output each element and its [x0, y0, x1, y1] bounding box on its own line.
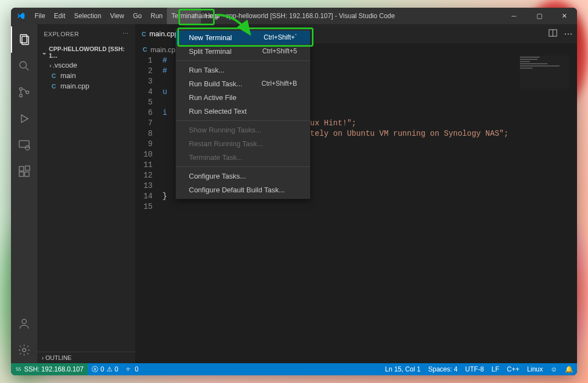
svg-rect-13: [25, 166, 30, 170]
status-spaces[interactable]: Spaces: 4: [424, 363, 461, 375]
menu-file[interactable]: File: [30, 8, 49, 24]
menu-item-configure-default-build-task[interactable]: Configure Default Build Task...: [176, 183, 310, 197]
menu-go[interactable]: Go: [128, 8, 146, 24]
status-bell-icon[interactable]: 🔔: [561, 363, 577, 375]
line-number: 2: [135, 66, 153, 76]
sidebar-header: EXPLORER ⋯: [37, 24, 135, 43]
code-line: [163, 202, 577, 212]
cpp-file-icon: C: [49, 83, 58, 90]
svg-point-15: [23, 348, 26, 352]
menu-item-new-terminal[interactable]: New TerminalCtrl+Shift+`: [176, 31, 310, 45]
tree-item[interactable]: Cmain: [37, 70, 135, 81]
menu-item-terminate-task: Terminate Task...: [176, 151, 310, 164]
line-number: 7: [135, 118, 153, 129]
remote-icon: ᯾: [15, 365, 22, 373]
search-icon[interactable]: [11, 53, 37, 79]
status-remote[interactable]: ᯾ SSH: 192.168.0.107: [11, 363, 88, 375]
outline-section[interactable]: › OUTLINE: [37, 352, 135, 363]
editor-more-icon[interactable]: ⋯: [564, 29, 573, 39]
titlebar: FileEditSelectionViewGoRunTerminalHelp m…: [11, 8, 577, 24]
svg-rect-11: [19, 172, 24, 176]
split-editor-icon[interactable]: [548, 29, 557, 40]
svg-point-6: [26, 91, 29, 94]
svg-rect-8: [19, 141, 29, 147]
menu-item-run-build-task[interactable]: Run Build Task...Ctrl+Shift+B: [176, 77, 310, 91]
svg-point-9: [25, 146, 30, 150]
chevron-right-icon: ›: [49, 62, 52, 69]
cpp-file-icon: C: [142, 31, 146, 37]
source-control-icon[interactable]: [11, 79, 37, 106]
svg-line-3: [26, 68, 29, 70]
svg-marker-7: [21, 115, 28, 123]
status-feedback-icon[interactable]: ☺: [547, 363, 561, 375]
outline-label: OUTLINE: [46, 354, 72, 361]
line-number: 13: [135, 181, 153, 191]
explorer-icon[interactable]: [11, 26, 37, 53]
line-number: 15: [135, 202, 153, 212]
remote-label: SSH: 192.168.0.107: [24, 365, 83, 373]
line-number: 3: [135, 76, 153, 87]
tree-item[interactable]: Cmain.cpp: [37, 81, 135, 91]
maximize-button[interactable]: ▢: [527, 8, 552, 24]
tree-root-label: CPP-HELLOWORLD [SSH: 1...: [49, 46, 131, 59]
line-number: 1: [135, 55, 153, 66]
status-os[interactable]: Linux: [523, 363, 547, 375]
line-number: 8: [135, 129, 153, 139]
chevron-right-icon: ›: [42, 354, 44, 361]
account-icon[interactable]: [11, 310, 37, 337]
menu-item-run-active-file[interactable]: Run Active File: [176, 91, 310, 104]
chevron-down-icon: ⌄: [42, 49, 47, 56]
editor-scrollbar[interactable]: [569, 55, 577, 363]
tree-root[interactable]: ⌄ CPP-HELLOWORLD [SSH: 1...: [37, 45, 135, 60]
line-number: 4: [135, 87, 153, 97]
svg-rect-12: [25, 172, 29, 176]
sidebar-more-icon[interactable]: ⋯: [122, 30, 129, 37]
terminal-menu-dropdown: New TerminalCtrl+Shift+`Split TerminalCt…: [176, 29, 310, 199]
status-ports[interactable]: ᯤ0: [122, 363, 142, 375]
settings-gear-icon[interactable]: [11, 337, 37, 363]
line-number: 9: [135, 139, 153, 149]
status-problems[interactable]: ⓧ0 ⚠0: [88, 363, 122, 375]
menu-selection[interactable]: Selection: [70, 8, 105, 24]
svg-point-14: [22, 319, 26, 324]
menu-item-run-task[interactable]: Run Task...: [176, 63, 310, 77]
remote-explorer-icon[interactable]: [11, 132, 37, 158]
menu-item-restart-running-task: Restart Running Task...: [176, 137, 310, 151]
menu-item-show-running-tasks: Show Running Tasks...: [176, 123, 310, 137]
status-eol[interactable]: LF: [488, 363, 503, 375]
line-gutter: 123456789101112131415: [135, 55, 163, 363]
window-title: main.cpp - cpp-helloworld [SSH: 192.168.…: [193, 12, 395, 20]
extensions-icon[interactable]: [11, 158, 37, 185]
tree-item[interactable]: ›.vscode: [37, 60, 135, 70]
status-language[interactable]: C++: [503, 363, 523, 375]
status-encoding[interactable]: UTF-8: [461, 363, 488, 375]
line-number: 6: [135, 108, 153, 118]
menu-edit[interactable]: Edit: [49, 8, 70, 24]
minimize-button[interactable]: ─: [501, 8, 527, 24]
error-icon: ⓧ: [92, 365, 98, 374]
menu-view[interactable]: View: [105, 8, 128, 24]
activity-bar: [11, 24, 37, 363]
warning-icon: ⚠: [107, 365, 113, 373]
menu-run[interactable]: Run: [146, 8, 167, 24]
menu-item-run-selected-text[interactable]: Run Selected Text: [176, 104, 310, 118]
svg-rect-10: [19, 166, 24, 171]
vscode-logo-icon: [11, 12, 30, 20]
menu-item-configure-tasks[interactable]: Configure Tasks...: [176, 169, 310, 183]
breadcrumb-file: main.cpp: [150, 46, 180, 54]
line-number: 11: [135, 160, 153, 170]
close-button[interactable]: ✕: [552, 8, 577, 24]
radio-icon: ᯤ: [126, 365, 132, 373]
cpp-file-icon: C: [49, 73, 58, 79]
sidebar: EXPLORER ⋯ ⌄ CPP-HELLOWORLD [SSH: 1... ›…: [37, 24, 135, 363]
run-debug-icon[interactable]: [11, 106, 37, 132]
svg-point-4: [20, 88, 23, 91]
status-bar: ᯾ SSH: 192.168.0.107 ⓧ0 ⚠0 ᯤ0 Ln 15, Col…: [11, 363, 577, 375]
cpp-file-icon: C: [143, 46, 147, 53]
minimap[interactable]: [520, 55, 569, 88]
status-cursor[interactable]: Ln 15, Col 1: [381, 363, 424, 375]
line-number: 14: [135, 191, 153, 202]
line-number: 5: [135, 97, 153, 108]
tab-label: main.cpp: [149, 30, 178, 38]
menu-item-split-terminal[interactable]: Split TerminalCtrl+Shift+5: [176, 45, 310, 58]
